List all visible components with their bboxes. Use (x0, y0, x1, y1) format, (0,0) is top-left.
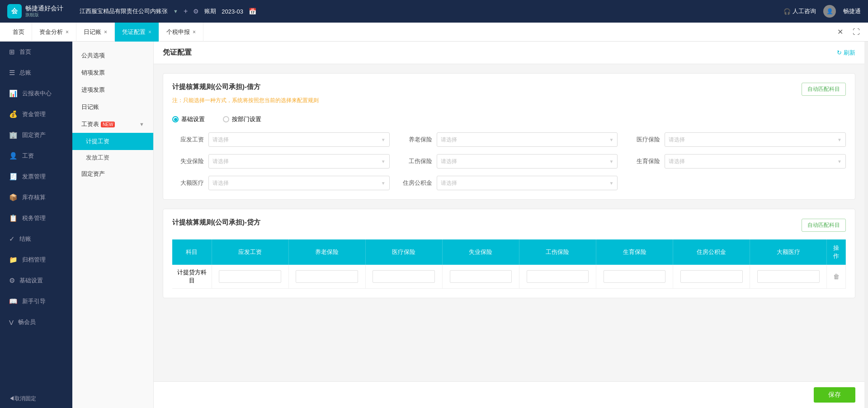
radio-dept[interactable]: 按部门设置 (223, 115, 261, 123)
input-injury[interactable] (527, 270, 589, 283)
tab-capital-analysis[interactable]: 资金分析 × (32, 23, 76, 42)
select-large-medical[interactable]: 请选择 ▼ (208, 176, 390, 190)
sidebar-item-ledger-label: 总账 (19, 69, 31, 77)
select-medical[interactable]: 请选择 ▼ (665, 132, 846, 147)
radio-basic[interactable]: 基础设置 (172, 115, 205, 123)
label-maternity: 生育保险 (628, 157, 660, 165)
header-company[interactable]: 江西服宝精品有限责任公司内账张 ▼ + ⚙ 账期 2023-03 📅 (80, 7, 783, 15)
sidebar-item-capital-label: 资金管理 (22, 110, 46, 118)
nav-item-fixed-assets-nav[interactable]: 固定资产 (72, 165, 153, 183)
nav-item-sales-invoice[interactable]: 销项发票 (72, 64, 153, 81)
td-row-label: 计提贷方科目 (172, 265, 212, 289)
calendar-icon[interactable]: 📅 (249, 8, 256, 15)
refresh-button[interactable]: ↻ 刷新 (837, 49, 855, 57)
label-medical: 医疗保险 (628, 136, 660, 144)
user-name: 畅捷通 (843, 7, 861, 15)
sidebar-item-vip[interactable]: V 畅会员 (0, 312, 72, 333)
th-injury: 工伤保险 (519, 239, 596, 265)
sidebar-item-closing-label: 结账 (19, 235, 31, 243)
add-icon[interactable]: + (184, 7, 188, 15)
tab-journal-close[interactable]: × (104, 29, 107, 35)
tab-journal[interactable]: 日记账 × (76, 23, 115, 42)
debit-auto-match-btn[interactable]: 自动匹配科目 (802, 83, 846, 96)
td-housing-input[interactable] (673, 265, 750, 289)
select-salary[interactable]: 请选择 ▼ (208, 132, 390, 147)
td-unemployment-input[interactable] (442, 265, 519, 289)
sidebar-item-invoice[interactable]: 🧾 发票管理 (0, 166, 72, 187)
tab-capital-analysis-label: 资金分析 (39, 28, 63, 36)
tab-bar: 首页 资金分析 × 日记账 × 凭证配置 × 个税申报 × ✕ ⛶ (0, 23, 868, 42)
nav-item-journal[interactable]: 日记账 (72, 98, 153, 116)
input-salary[interactable] (219, 270, 281, 283)
td-injury-input[interactable] (519, 265, 596, 289)
radio-dept-label: 按部门设置 (232, 115, 261, 123)
nav-item-pay-salary[interactable]: 发放工资 (72, 150, 153, 165)
sidebar-item-archive[interactable]: 📁 归档管理 (0, 249, 72, 270)
sidebar-item-home[interactable]: ⊞ 首页 (0, 42, 72, 62)
td-large-medical-input[interactable] (750, 265, 827, 289)
nav-item-purchase-invoice[interactable]: 进项发票 (72, 81, 153, 98)
settings-icon[interactable]: ⚙ (193, 8, 199, 15)
credit-auto-match-btn[interactable]: 自动匹配科目 (802, 219, 846, 232)
sidebar-item-inventory[interactable]: 📦 库存核算 (0, 187, 72, 208)
td-maternity-input[interactable] (596, 265, 673, 289)
select-housing-fund[interactable]: 请选择 ▼ (437, 176, 618, 190)
capital-icon: 💰 (9, 110, 18, 118)
label-unemployment: 失业保险 (172, 157, 204, 165)
expand-tab-btn[interactable]: ⛶ (850, 26, 863, 38)
tab-home[interactable]: 首页 (5, 23, 32, 42)
sidebar-item-salary[interactable]: 👤 工资 (0, 145, 72, 166)
archive-icon: 📁 (9, 256, 18, 264)
input-maternity[interactable] (604, 270, 666, 283)
label-salary: 应发工资 (172, 136, 204, 144)
right-scrollbar[interactable] (864, 42, 868, 408)
th-action: 操作 (827, 239, 846, 265)
input-pension[interactable] (296, 270, 358, 283)
tab-tax-filing-close[interactable]: × (193, 29, 196, 35)
sidebar-item-guide[interactable]: 📖 新手引导 (0, 291, 72, 312)
td-pension-input[interactable] (288, 265, 365, 289)
input-unemployment[interactable] (450, 270, 512, 283)
dropdown-icon[interactable]: ▼ (173, 9, 178, 14)
table-row: 计提贷方科目 🗑 (172, 265, 846, 289)
sidebar-item-tax[interactable]: 📋 税务管理 (0, 208, 72, 229)
input-medical[interactable] (373, 270, 435, 283)
headset-icon: 🎧 (783, 8, 791, 15)
top-header: 会 畅捷通好会计 旗舰版 江西服宝精品有限责任公司内账张 ▼ + ⚙ 账期 20… (0, 0, 868, 23)
input-large-medical[interactable] (757, 270, 820, 283)
sidebar-item-settings[interactable]: ⚙ 基础设置 (0, 270, 72, 291)
close-tab-btn[interactable]: ✕ (834, 26, 846, 38)
tab-capital-analysis-close[interactable]: × (66, 29, 69, 35)
table-header-row: 科目 应发工资 养老保险 医疗保险 失业保险 工伤保险 生育保险 住房公积金 大… (172, 239, 846, 265)
sidebar-item-closing[interactable]: ✓ 结账 (0, 229, 72, 249)
td-salary-input[interactable] (212, 265, 288, 289)
tab-tax-filing[interactable]: 个税申报 × (159, 23, 203, 42)
td-medical-input[interactable] (365, 265, 442, 289)
app-version: 旗舰版 (25, 12, 63, 18)
cancel-fixed-btn[interactable]: ◀取消固定 (0, 389, 72, 408)
nav-item-public[interactable]: 公共选项 (72, 47, 153, 64)
service-button[interactable]: 🎧 人工咨询 (783, 7, 816, 15)
select-pension[interactable]: 请选择 ▼ (437, 132, 618, 147)
sidebar-item-capital[interactable]: 💰 资金管理 (0, 104, 72, 125)
credit-section-title: 计提核算规则(公司承担)-贷方 (172, 218, 260, 227)
select-maternity[interactable]: 请选择 ▼ (665, 154, 846, 169)
input-housing[interactable] (680, 270, 743, 283)
sidebar-item-reports[interactable]: 📊 云报表中心 (0, 83, 72, 104)
select-unemployment[interactable]: 请选择 ▼ (208, 154, 390, 169)
td-action[interactable]: 🗑 (827, 265, 846, 289)
save-button[interactable]: 保存 (814, 387, 855, 403)
nav-item-payroll-table[interactable]: 工资表NEW ▼ (72, 116, 153, 133)
th-medical: 医疗保险 (365, 239, 442, 265)
radio-group: 基础设置 按部门设置 (172, 115, 846, 123)
nav-item-accrual-salary[interactable]: 计提工资 (72, 133, 153, 150)
tab-voucher-config-label: 凭证配置 (122, 28, 146, 36)
tab-voucher-config-close[interactable]: × (148, 29, 151, 35)
delete-row-icon[interactable]: 🗑 (833, 273, 840, 280)
sidebar-item-ledger[interactable]: ☰ 总账 (0, 62, 72, 83)
sidebar-item-fixed-assets[interactable]: 🏢 固定资产 (0, 125, 72, 145)
content-area: 公共选项 销项发票 进项发票 日记账 工资表NEW ▼ 计提工资 发放工资 (72, 42, 868, 408)
page-body: 计提核算规则(公司承担)-借方 注：只能选择一种方式，系统将按照您当前的选择来配… (154, 64, 864, 381)
tab-voucher-config[interactable]: 凭证配置 × (115, 23, 159, 42)
select-injury[interactable]: 请选择 ▼ (437, 154, 618, 169)
